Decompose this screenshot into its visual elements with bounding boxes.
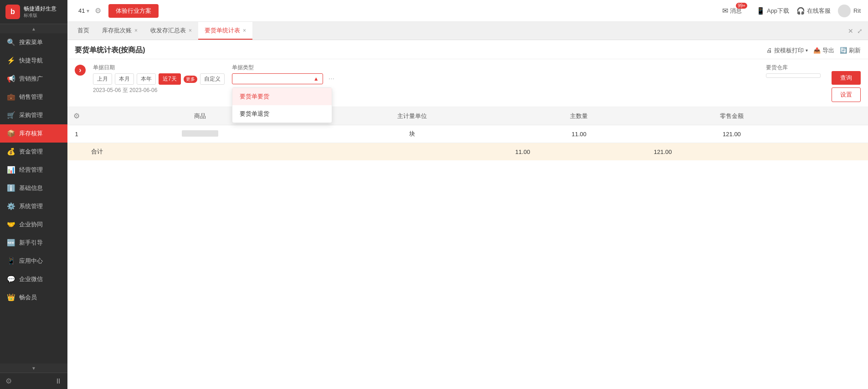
sidebar-item-sales[interactable]: 💼 销售管理 xyxy=(0,88,67,106)
system-icon: ⚙️ xyxy=(6,202,15,211)
sidebar-scroll-up[interactable]: ▲ xyxy=(0,24,67,33)
user-profile-button[interactable]: Rit xyxy=(838,5,861,17)
cell-qty: 11.00 xyxy=(510,125,648,143)
trial-button[interactable]: 体验行业方案 xyxy=(108,4,159,18)
tab-home-label: 首页 xyxy=(77,26,89,35)
logo-title: 畅捷通好生意 xyxy=(24,5,56,13)
filter-buttons: 查询 设置 xyxy=(832,71,861,102)
online-service-button[interactable]: 🎧 在线客服 xyxy=(796,7,831,15)
sidebar-item-newguide[interactable]: 🆕 新手引导 xyxy=(0,234,67,252)
sidebar-item-marketing[interactable]: 📢 营销推广 xyxy=(0,70,67,88)
sidebar-settings-icon[interactable]: ⚙ xyxy=(5,377,12,385)
filter-more-options-icon[interactable]: ··· xyxy=(329,75,334,83)
top-bar-left: 41 ▾ ⚙ 体验行业方案 xyxy=(75,4,722,18)
sidebar-scroll-down[interactable]: ▼ xyxy=(0,363,67,373)
sidebar-bottom: ⚙ ⏸ xyxy=(0,373,67,389)
more-badge: 更多 xyxy=(184,76,197,83)
data-table: ⚙ 商品 主计量单位 主数量 零售金额 1 xyxy=(67,107,868,160)
sidebar-item-purchase-label: 采购管理 xyxy=(19,111,43,119)
sidebar-item-basic[interactable]: ℹ️ 基础信息 xyxy=(0,179,67,197)
top-bar: 41 ▾ ⚙ 体验行业方案 ✉ 消息 99+ 📱 App下载 🎧 在线客服 Ri… xyxy=(67,0,868,22)
warehouse-select[interactable] xyxy=(766,73,821,78)
app-icon: 📱 xyxy=(756,7,765,15)
table-header-row: ⚙ 商品 主计量单位 主数量 零售金额 xyxy=(67,107,868,125)
page-title: 要货单统计表(按商品) xyxy=(75,46,145,55)
date-last-month-btn[interactable]: 上月 xyxy=(93,73,112,85)
app-logo: b 畅捷通好生意 标准版 xyxy=(0,0,67,24)
store-dropdown-arrow[interactable]: ▾ xyxy=(87,8,89,14)
user-label: Rit xyxy=(853,7,861,14)
sidebar-item-coop[interactable]: 🤝 企业协同 xyxy=(0,215,67,234)
cell-empty xyxy=(815,125,868,143)
sidebar-item-system[interactable]: ⚙️ 系统管理 xyxy=(0,197,67,215)
sidebar-item-basic-label: 基础信息 xyxy=(19,184,43,192)
type-select-row: ▲ ··· xyxy=(232,73,759,84)
date-custom-btn[interactable]: 自定义 xyxy=(200,73,225,85)
tab-order-stat-close[interactable]: × xyxy=(243,27,246,34)
export-icon: 📤 xyxy=(813,47,821,54)
footer-qty: 11.00 xyxy=(510,143,648,161)
date-options-row: 上月 本月 本年 近7天 更多 自定义 xyxy=(93,73,225,85)
date-this-year-btn[interactable]: 本年 xyxy=(137,73,156,85)
filter-bar: › 单据日期 上月 本月 本年 近7天 更多 自定义 2023-05-06 至 … xyxy=(67,59,868,107)
sidebar-collapse-icon[interactable]: ⏸ xyxy=(55,377,62,385)
export-label: 导出 xyxy=(822,46,834,55)
tab-batch-close[interactable]: × xyxy=(134,27,138,34)
print-button[interactable]: 🖨 按模板打印 ▾ xyxy=(766,46,808,55)
cell-amount: 121.00 xyxy=(648,125,816,143)
col-empty xyxy=(815,107,868,125)
tab-batch-label: 库存批次账 xyxy=(102,26,132,35)
sidebar-item-vip[interactable]: 👑 畅会员 xyxy=(0,288,67,307)
dropdown-item-order[interactable]: 要货单要货 xyxy=(232,88,332,105)
message-button[interactable]: ✉ 消息 99+ xyxy=(722,6,742,15)
table-footer-row: 合计 11.00 121.00 xyxy=(67,143,868,161)
service-icon: 🎧 xyxy=(796,7,805,15)
search-icon: 🔍 xyxy=(6,38,15,47)
export-button[interactable]: 📤 导出 xyxy=(813,46,834,55)
sidebar-item-purchase[interactable]: 🛒 采购管理 xyxy=(0,106,67,124)
dropdown-item-return[interactable]: 要货单退货 xyxy=(232,105,332,123)
sidebar-item-finance[interactable]: 💰 资金管理 xyxy=(0,143,67,161)
type-select[interactable]: ▲ xyxy=(232,73,323,84)
tab-order-stat[interactable]: 要货单统计表 × xyxy=(198,22,252,40)
service-label: 在线客服 xyxy=(807,7,831,15)
sidebar-item-quicknav[interactable]: ⚡ 快捷导航 xyxy=(0,51,67,70)
set-button[interactable]: 设置 xyxy=(832,87,861,102)
main-area: 41 ▾ ⚙ 体验行业方案 ✉ 消息 99+ 📱 App下载 🎧 在线客服 Ri… xyxy=(67,0,868,389)
tab-close-all-button[interactable]: ✕ xyxy=(846,26,855,36)
tab-maximize-button[interactable]: ⤢ xyxy=(855,26,864,36)
sidebar-item-bizwechat-label: 企业微信 xyxy=(19,275,43,283)
query-button[interactable]: 查询 xyxy=(832,71,861,85)
table-settings-icon[interactable]: ⚙ xyxy=(73,112,80,120)
sidebar-item-newguide-label: 新手引导 xyxy=(19,239,43,247)
filter-expand-button[interactable]: › xyxy=(75,65,86,76)
app-download-button[interactable]: 📱 App下载 xyxy=(756,7,789,15)
logo-icon: b xyxy=(5,5,20,19)
sidebar-item-operation[interactable]: 📊 经营管理 xyxy=(0,161,67,179)
page-header: 要货单统计表(按商品) 🖨 按模板打印 ▾ 📤 导出 🔄 刷新 xyxy=(67,40,868,59)
sidebar-item-bizwechat[interactable]: 💬 企业微信 xyxy=(0,270,67,288)
sidebar-item-system-label: 系统管理 xyxy=(19,202,43,210)
date-this-month-btn[interactable]: 本月 xyxy=(115,73,134,85)
refresh-button[interactable]: 🔄 刷新 xyxy=(840,46,861,55)
sidebar-item-search[interactable]: 🔍 搜索菜单 xyxy=(0,33,67,51)
sidebar-item-appcenter[interactable]: 📱 应用中心 xyxy=(0,252,67,270)
refresh-icon: 🔄 xyxy=(840,47,847,54)
sidebar-item-appcenter-label: 应用中心 xyxy=(19,257,43,265)
tab-bar: 首页 库存批次账 × 收发存汇总表 × 要货单统计表 × ✕ ⤢ xyxy=(67,22,868,40)
tab-batch[interactable]: 库存批次账 × xyxy=(96,22,144,40)
message-badge: 99+ xyxy=(736,3,747,9)
footer-empty xyxy=(815,143,868,161)
tab-shipment[interactable]: 收发存汇总表 × xyxy=(144,22,198,40)
topbar-settings-icon[interactable]: ⚙ xyxy=(95,6,101,15)
print-label: 按模板打印 xyxy=(774,46,804,55)
date-filter-label: 单据日期 xyxy=(93,64,225,72)
footer-label: 合计 xyxy=(86,143,510,161)
tab-shipment-close[interactable]: × xyxy=(189,27,192,34)
refresh-label: 刷新 xyxy=(849,46,861,55)
tab-home[interactable]: 首页 xyxy=(71,22,96,40)
date-filter-group: 单据日期 上月 本月 本年 近7天 更多 自定义 2023-05-06 至 20… xyxy=(93,64,225,94)
date-7days-btn[interactable]: 近7天 xyxy=(159,73,181,85)
sidebar-item-inventory[interactable]: 📦 库存核算 xyxy=(0,124,67,143)
marketing-icon: 📢 xyxy=(6,74,15,83)
